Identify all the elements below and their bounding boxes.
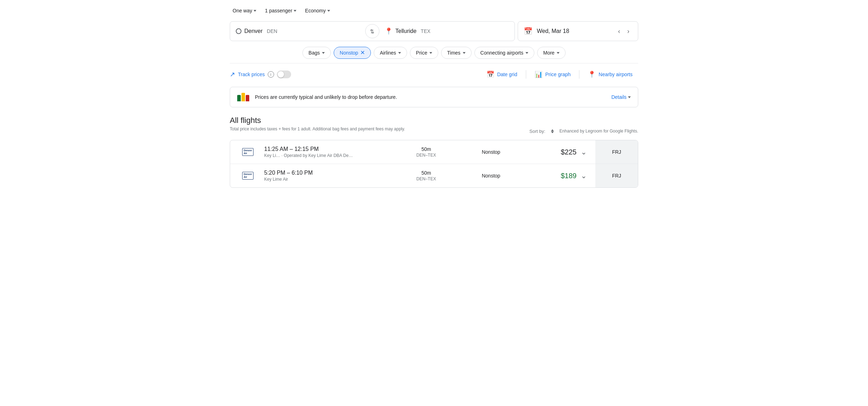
date-nav: ‹ › [615,26,632,36]
price-chevron [429,52,432,54]
destination-field[interactable]: 📍 Telluride TEX [379,22,514,41]
trip-type-chevron [254,10,256,12]
sort-row: Total price includes taxes + fees for 1 … [230,126,638,136]
price-value: $225 [561,148,577,156]
flight-price: $189 ⌄ [523,170,588,181]
cabin-label: Economy [305,8,326,13]
airline-logo: DenverAir [237,172,258,179]
flight-action-code: FRJ [595,164,638,187]
time-range: 11:25 AM – 12:15 PM [264,146,394,152]
price-bar-low [237,95,241,101]
search-bar: Denver DEN ⇄ 📍 Telluride TEX 📅 Wed, Mar … [230,21,638,41]
flight-row[interactable]: DenverAir 11:25 AM – 12:15 PM Key Li… · … [230,140,638,164]
filters-bar: Bags Nonstop ✕ Airlines Price Times Conn… [230,47,638,59]
passengers-chevron [294,10,296,12]
next-date-button[interactable]: › [624,26,632,36]
passengers-label: 1 passenger [265,8,292,13]
more-chevron [557,52,560,54]
swap-icon: ⇄ [369,29,376,34]
price-filter[interactable]: Price [410,47,438,59]
price-banner-text: Prices are currently typical and unlikel… [255,94,606,100]
connecting-label: Connecting airports [480,50,523,56]
swap-button[interactable]: ⇄ [365,24,379,38]
nonstop-close-icon[interactable]: ✕ [360,50,365,56]
dest-name: Telluride [395,28,417,34]
expand-flight-button[interactable]: ⌄ [579,170,588,181]
flight-row[interactable]: DenverAir 5:20 PM – 6:10 PM Key Lime Air… [230,164,638,187]
view-divider-2 [579,70,579,79]
more-label: More [543,50,555,56]
bags-label: Bags [308,50,320,56]
expand-flight-button[interactable]: ⌄ [579,146,588,158]
price-graph-icon: 📊 [535,71,542,78]
all-flights-title: All flights [230,116,638,125]
date-value: Wed, Mar 18 [537,28,611,34]
stops-text: Nonstop [458,173,523,179]
trip-type-button[interactable]: One way [230,6,259,16]
duration-text: 50m [394,170,459,176]
flight-stops: Nonstop [458,173,523,179]
view-options: 📅 Date grid 📊 Price graph 📍 Nearby airpo… [481,68,638,81]
origin-code: DEN [267,28,278,34]
more-filter[interactable]: More [537,47,566,59]
times-label: Times [447,50,461,56]
flight-stops: Nonstop [458,149,523,155]
date-grid-icon: 📅 [486,71,494,78]
sort-arrows-icon [551,129,554,133]
origin-field[interactable]: Denver DEN [230,22,366,41]
airline-logo-text: DenverAir [242,148,254,156]
dest-code: TEX [421,28,430,34]
flight-duration: 50m DEN–TEX [394,170,459,181]
details-chevron [628,96,631,98]
nearby-airports-button[interactable]: 📍 Nearby airports [582,68,638,81]
price-bar-high [246,95,249,101]
flight-times: 11:25 AM – 12:15 PM Key Li… · Operated b… [264,146,394,158]
cabin-button[interactable]: Economy [302,6,333,16]
price-graph-button[interactable]: 📊 Price graph [529,68,577,81]
calendar-icon: 📅 [524,27,533,35]
details-button[interactable]: Details [611,94,631,100]
price-bar-mid [241,93,245,101]
origin-name: Denver [244,28,263,34]
airline-name: Key Lime Air [264,177,394,182]
price-label: Price [416,50,427,56]
track-prices-label: Track prices [238,72,265,77]
prev-date-button[interactable]: ‹ [615,26,623,36]
flight-action-code: FRJ [595,140,638,164]
flights-list: DenverAir 11:25 AM – 12:15 PM Key Li… · … [230,140,638,188]
details-label: Details [611,94,627,100]
origin-icon [236,28,241,34]
date-field[interactable]: 📅 Wed, Mar 18 ‹ › [518,21,638,41]
airline-logo-text: DenverAir [242,172,254,179]
sort-button[interactable] [551,129,554,133]
flight-times: 5:20 PM – 6:10 PM Key Lime Air [264,170,394,182]
flight-price: $225 ⌄ [523,146,588,158]
nonstop-filter[interactable]: Nonstop ✕ [334,47,371,59]
time-range: 5:20 PM – 6:10 PM [264,170,394,176]
price-graph-label: Price graph [545,72,571,77]
airlines-filter[interactable]: Airlines [374,47,407,59]
passengers-button[interactable]: 1 passenger [262,6,299,16]
price-value: $189 [561,172,577,180]
separator [230,63,638,63]
airline-name: Key Li… · Operated by Key Lime Air DBA D… [264,153,394,158]
track-info-icon[interactable]: i [268,71,274,78]
nonstop-label: Nonstop [340,50,358,56]
enhanced-text: Enhanced by Legroom for Google Flights. [560,129,638,134]
times-filter[interactable]: Times [441,47,472,59]
cabin-chevron [327,10,330,12]
route-text: DEN–TEX [394,153,459,158]
price-banner: Prices are currently typical and unlikel… [230,87,638,107]
track-prices-toggle[interactable] [277,71,291,78]
bags-chevron [322,52,325,54]
pin-icon: 📍 [385,27,393,35]
airline-logo: DenverAir [237,148,258,156]
bags-filter[interactable]: Bags [302,47,331,59]
date-grid-button[interactable]: 📅 Date grid [481,68,523,81]
track-row: ↗ Track prices i 📅 Date grid 📊 Price gra… [230,68,638,81]
sort-label: Sort by: [529,129,545,134]
stops-text: Nonstop [458,149,523,155]
flight-duration: 50m DEN–TEX [394,146,459,158]
connecting-airports-filter[interactable]: Connecting airports [474,47,534,59]
toggle-thumb [278,71,284,78]
